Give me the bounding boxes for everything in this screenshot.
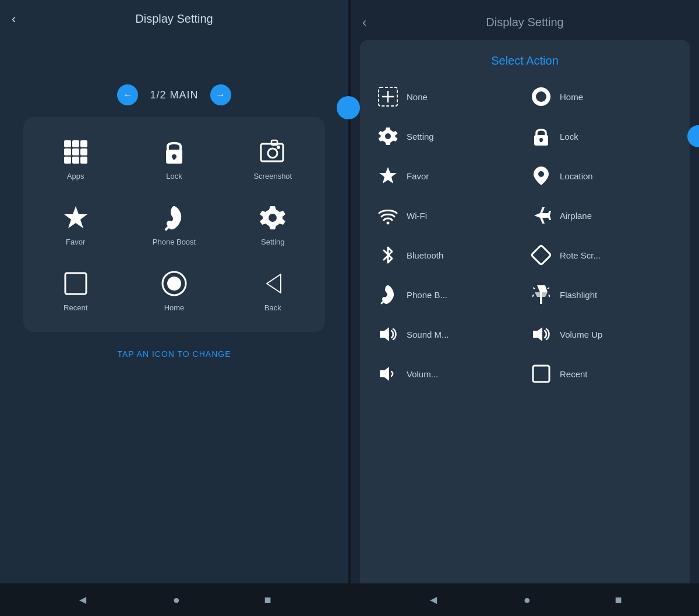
favor-action-icon: [377, 165, 398, 186]
icon-cell-home[interactable]: Home: [128, 260, 220, 320]
action-flashlight[interactable]: Flashlight: [525, 275, 678, 314]
action-grid: None Home: [360, 77, 690, 394]
flashlight-label: Flashlight: [560, 290, 597, 300]
location-label: Location: [560, 171, 593, 181]
phoneboost-action-icon: [377, 284, 398, 305]
svg-rect-4: [72, 148, 79, 155]
icon-cell-phone-boost[interactable]: Phone Boost: [128, 194, 220, 254]
phoneboost-action-label: Phone B...: [407, 290, 447, 300]
svg-point-14: [268, 148, 277, 158]
icon-cell-apps[interactable]: Apps: [29, 129, 122, 189]
left-panel: ‹ Display Setting ← 1/2 MAIN →: [0, 0, 348, 616]
setting-action-label: Setting: [407, 132, 434, 141]
left-bottom-nav: ◄ ● ■: [0, 583, 348, 616]
favor-action-label: Favor: [407, 171, 429, 181]
favor-label: Favor: [66, 238, 85, 246]
svg-point-28: [536, 91, 546, 102]
favor-icon: [61, 203, 91, 233]
back-icon: [257, 268, 288, 299]
left-back-button[interactable]: ‹: [12, 12, 16, 27]
left-header-title: Display Setting: [135, 12, 213, 26]
svg-line-42: [549, 295, 550, 297]
bottom-home-button[interactable]: ●: [173, 593, 180, 607]
bluetooth-icon: [377, 245, 398, 265]
none-icon: [377, 86, 398, 107]
left-header: ‹ Display Setting: [0, 0, 348, 38]
svg-point-34: [538, 171, 544, 177]
lock-action-label: Lock: [560, 132, 578, 141]
bottom-recent-button[interactable]: ■: [264, 593, 271, 607]
action-soundmode[interactable]: Sound M...: [372, 314, 525, 354]
recent-icon: [61, 268, 91, 299]
none-label: None: [407, 92, 428, 102]
action-rotate[interactable]: Rote Scr...: [525, 235, 678, 275]
flashlight-icon: [531, 284, 552, 305]
nav-prev-button[interactable]: ←: [117, 84, 138, 105]
modal-title: Select Action: [360, 40, 690, 77]
lock-label: Lock: [166, 172, 182, 180]
right-panel: ‹ Display Setting Select Action None: [351, 0, 699, 616]
recent-action-label: Recent: [560, 369, 588, 379]
icon-cell-setting[interactable]: Setting: [227, 194, 319, 254]
action-home[interactable]: Home: [525, 77, 678, 116]
action-recent[interactable]: Recent: [525, 354, 678, 394]
action-bluetooth[interactable]: Bluetooth: [372, 235, 525, 275]
action-none[interactable]: None: [372, 77, 525, 116]
svg-rect-0: [64, 140, 71, 147]
airplane-label: Airplane: [560, 211, 592, 221]
icon-cell-favor[interactable]: Favor: [29, 194, 122, 254]
right-bottom-home-button[interactable]: ●: [524, 593, 531, 607]
action-volumeup[interactable]: Volume Up: [525, 314, 678, 354]
right-back-button[interactable]: ‹: [362, 15, 366, 30]
screenshot-icon: [257, 137, 288, 167]
nav-next-button[interactable]: →: [210, 84, 231, 105]
volumedown-icon: [377, 363, 398, 384]
svg-marker-23: [267, 274, 281, 293]
modal-container: Select Action None: [360, 40, 690, 614]
icon-cell-recent[interactable]: Recent: [29, 260, 122, 320]
svg-marker-46: [533, 327, 542, 341]
svg-rect-11: [173, 157, 175, 160]
action-volumedown[interactable]: Volum...: [372, 354, 525, 394]
action-setting[interactable]: Setting: [372, 116, 525, 156]
apps-label: Apps: [67, 172, 84, 180]
icon-cell-screenshot[interactable]: Screenshot: [227, 129, 319, 189]
nav-label: 1/2 MAIN: [150, 89, 198, 101]
svg-rect-3: [64, 148, 71, 155]
svg-line-44: [548, 288, 549, 289]
svg-point-29: [385, 133, 391, 139]
phone-boost-icon: [159, 203, 189, 233]
icon-cell-lock[interactable]: Lock: [128, 129, 220, 189]
svg-rect-15: [271, 140, 277, 145]
action-wifi[interactable]: Wi-Fi: [372, 196, 525, 235]
lock-icon: [159, 137, 189, 167]
right-bottom-nav: ◄ ● ■: [351, 583, 699, 616]
svg-marker-17: [64, 206, 87, 228]
action-airplane[interactable]: Airplane: [525, 196, 678, 235]
rotate-icon: [531, 245, 552, 265]
volumeup-icon: [531, 324, 552, 345]
svg-marker-33: [379, 167, 397, 183]
icon-cell-back[interactable]: Back: [227, 260, 319, 320]
setting-label: Setting: [261, 238, 284, 246]
action-phoneboost[interactable]: Phone B...: [372, 275, 525, 314]
sound-icon: [377, 324, 398, 345]
svg-point-19: [269, 214, 277, 222]
bottom-back-button[interactable]: ◄: [77, 593, 89, 607]
action-favor[interactable]: Favor: [372, 156, 525, 196]
action-location[interactable]: Location: [525, 156, 678, 196]
location-icon: [531, 165, 552, 186]
svg-rect-6: [64, 157, 71, 164]
action-lock[interactable]: Lock: [525, 116, 678, 156]
home-label: Home: [164, 303, 185, 312]
phone-boost-label: Phone Boost: [153, 238, 196, 246]
svg-line-43: [533, 288, 535, 289]
svg-rect-36: [531, 245, 551, 265]
rotate-label: Rote Scr...: [560, 250, 601, 260]
right-bottom-back-button[interactable]: ◄: [428, 593, 439, 607]
icon-grid: Apps Lock: [29, 129, 319, 320]
svg-marker-47: [380, 367, 389, 381]
right-header-title: Display Setting: [486, 16, 563, 29]
svg-rect-20: [65, 273, 86, 294]
right-bottom-recent-button[interactable]: ■: [615, 593, 622, 607]
